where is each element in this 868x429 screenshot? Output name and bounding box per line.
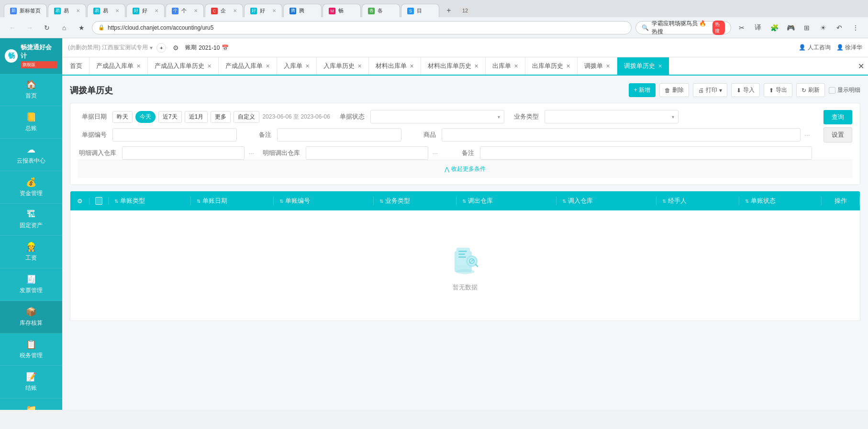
refresh-btn[interactable]: ↻ 刷新	[796, 83, 825, 97]
tab-material-out[interactable]: 材料出库单 ✕	[369, 57, 421, 75]
detail-out-dots[interactable]: ···	[430, 149, 440, 157]
scissors-btn[interactable]: ✂	[735, 21, 748, 34]
service-link[interactable]: 👤 人工咨询	[799, 44, 830, 52]
browser-tab-1[interactable]: 新 新标签页	[4, 4, 47, 17]
search-bar[interactable]: 🔍 学霸应聘场驱鸟员 🔥 热搜 热搜	[635, 21, 731, 34]
sidebar-item-archive[interactable]: 📁 归档管理	[0, 398, 62, 410]
th-out-wh[interactable]: ⇅ 调出仓库	[456, 197, 556, 205]
th-settings[interactable]: ⚙	[70, 198, 89, 205]
tab-finished-goods-in2[interactable]: 产成品入库单 ✕	[219, 57, 277, 75]
new-tab-btn[interactable]: +	[442, 4, 456, 17]
translate-btn[interactable]: 译	[751, 21, 765, 34]
status-select[interactable]: ▾	[370, 110, 504, 123]
today-btn[interactable]: 今天	[135, 111, 156, 123]
home-btn[interactable]: ⌂	[57, 21, 71, 34]
company-selector[interactable]: (勿删勿禁用) 江西服宝测试专用 ▾	[68, 44, 153, 52]
sidebar-item-fixed-assets[interactable]: 🏗 固定资产	[0, 204, 62, 236]
tab-home[interactable]: 首页	[62, 57, 89, 75]
collapse-btn[interactable]: ⋀ 收起更多条件	[445, 163, 486, 175]
tab-transfer-order-history[interactable]: 调拨单历史 ✕	[617, 57, 669, 75]
browser-tab-6[interactable]: C 企 ✕	[205, 4, 243, 17]
tab-out-order-history[interactable]: 出库单历史 ✕	[525, 57, 578, 75]
star-btn[interactable]: ★	[75, 21, 88, 34]
browser-tab-9[interactable]: M 畅	[323, 4, 361, 17]
sidebar-item-home[interactable]: 🏠 首页	[0, 74, 62, 106]
sidebar-item-close[interactable]: 📝 结账	[0, 366, 62, 398]
forward-btn[interactable]: →	[23, 21, 36, 34]
browser-tab-3[interactable]: 易 易 ✕	[87, 4, 125, 17]
add-company-btn[interactable]: +	[156, 43, 166, 53]
tab-close-10[interactable]: ✕	[606, 63, 610, 69]
th-handler[interactable]: ⇅ 经手人	[657, 197, 739, 205]
th-in-wh[interactable]: ⇅ 调入仓库	[556, 197, 657, 205]
tab-in-order-history[interactable]: 入库单历史 ✕	[317, 57, 369, 75]
doc-no-input[interactable]	[112, 128, 237, 142]
tab-close-2[interactable]: ✕	[207, 63, 211, 69]
th-type[interactable]: ⇅ 单账类型	[109, 197, 191, 205]
grid-btn[interactable]: ⊞	[800, 21, 813, 34]
history-btn[interactable]: ↶	[833, 21, 846, 34]
filter-settings-btn[interactable]: 设置	[823, 127, 852, 143]
goods-input[interactable]	[442, 128, 801, 142]
goods-dots[interactable]: ···	[802, 131, 812, 139]
print-btn[interactable]: 🖨 打印 ▾	[693, 83, 727, 97]
browser-tab-7[interactable]: 好 好 ✕	[244, 4, 282, 17]
tab-close-6[interactable]: ✕	[410, 63, 414, 69]
sidebar-item-ledger[interactable]: 📒 总账	[0, 106, 62, 139]
company-settings-icon[interactable]: ⚙	[170, 42, 181, 54]
biz-type-select[interactable]: ▾	[545, 110, 679, 123]
new-btn[interactable]: + 新增	[629, 83, 656, 97]
extension-btn[interactable]: 🧩	[768, 21, 781, 34]
tab-close-11[interactable]: ✕	[658, 63, 662, 69]
game-btn[interactable]: 🎮	[784, 21, 797, 34]
sidebar-item-cloud-report[interactable]: ☁ 云报表中心	[0, 139, 62, 171]
menu-btn[interactable]: ⋮	[849, 21, 862, 34]
tab-close-7[interactable]: ✕	[474, 63, 479, 69]
browser-tab-4[interactable]: 好 好 ✕	[126, 4, 165, 17]
browser-tab-10[interactable]: 各 各	[362, 4, 400, 17]
tab-close-9[interactable]: ✕	[566, 63, 570, 69]
import-btn[interactable]: ⬇ 导入	[731, 83, 760, 97]
last7-btn[interactable]: 近7天	[158, 111, 182, 123]
tab-material-out-history[interactable]: 材料出库单历史 ✕	[421, 57, 486, 75]
query-btn[interactable]: 查询	[823, 110, 852, 124]
theme-btn[interactable]: ☀	[816, 21, 830, 34]
tab-transfer-order[interactable]: 调拨单 ✕	[578, 57, 617, 75]
th-status[interactable]: ⇅ 单账状态	[739, 197, 822, 205]
sidebar-item-funds[interactable]: 💰 资金管理	[0, 171, 62, 204]
detail-in-dots[interactable]: ···	[246, 149, 256, 157]
th-checkbox[interactable]	[89, 197, 109, 205]
remark-input[interactable]	[277, 128, 401, 142]
export-btn[interactable]: ⬆ 导出	[764, 83, 792, 97]
note-input[interactable]	[480, 146, 812, 160]
custom-btn[interactable]: 自定义	[234, 111, 259, 123]
tab-close-4[interactable]: ✕	[305, 63, 310, 69]
browser-tab-2[interactable]: 易 易 ✕	[48, 4, 86, 17]
period-selector[interactable]: 账期 2021-10 📅	[185, 44, 229, 52]
tab-finished-goods-in-history[interactable]: 产成品入库单历史 ✕	[148, 57, 219, 75]
close-all-tabs-btn[interactable]: ✕	[858, 62, 864, 71]
th-code[interactable]: ⇅ 单账编号	[274, 197, 374, 205]
yesterday-btn[interactable]: 昨天	[112, 111, 133, 123]
sidebar-item-salary[interactable]: 👷 工资	[0, 236, 62, 268]
th-biz-type[interactable]: ⇅ 业务类型	[374, 197, 456, 205]
detail-out-input[interactable]	[306, 146, 428, 160]
last-month-btn[interactable]: 近1月	[185, 111, 208, 123]
reload-btn[interactable]: ↻	[40, 21, 54, 34]
tab-finished-goods-in[interactable]: 产成品入库单 ✕	[89, 57, 148, 75]
display-checkbox[interactable]	[829, 87, 835, 94]
tab-close-1[interactable]: ✕	[136, 63, 141, 69]
sidebar-item-invoice[interactable]: 🧾 发票管理	[0, 268, 62, 301]
sidebar-item-tax[interactable]: 📋 税务管理	[0, 333, 62, 366]
th-date[interactable]: ⇅ 单账日期	[191, 197, 273, 205]
tab-close-5[interactable]: ✕	[357, 63, 362, 69]
tab-in-order[interactable]: 入库单 ✕	[277, 57, 317, 75]
user-avatar[interactable]: 👤 徐泽华	[836, 44, 862, 52]
browser-tab-8[interactable]: 腾 腾	[283, 4, 322, 17]
browser-tab-11[interactable]: S 目	[401, 4, 439, 17]
detail-in-input[interactable]	[122, 146, 245, 160]
browser-tab-5[interactable]: 个 个 ✕	[166, 4, 204, 17]
tab-close-8[interactable]: ✕	[514, 63, 518, 69]
address-bar[interactable]: 🔒 https://cloud.chanjet.com/accounting/u…	[92, 21, 632, 34]
tab-out-order[interactable]: 出库单 ✕	[486, 57, 525, 75]
